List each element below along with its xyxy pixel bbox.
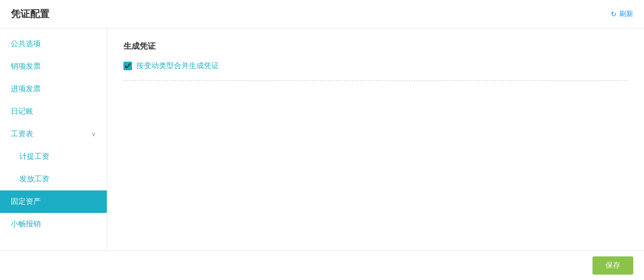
sidebar-item-purchase-invoice[interactable]: 进项发票 <box>0 78 107 100</box>
section-divider <box>123 80 628 81</box>
page-body: 公共选项销项发票进项发票日记账工资表∨计提工资发放工资固定资产小畅报销 生成凭证… <box>0 28 644 250</box>
sidebar-item-sales-invoice[interactable]: 销项发票 <box>0 55 107 78</box>
sidebar-item-label-fixed-assets: 固定资产 <box>11 197 41 207</box>
sidebar-item-label-payroll-table: 工资表 <box>11 129 33 139</box>
sidebar-item-public-options[interactable]: 公共选项 <box>0 33 107 55</box>
sidebar-item-label-purchase-invoice: 进项发票 <box>11 84 41 94</box>
save-button[interactable]: 保存 <box>592 256 633 275</box>
merge-checkbox[interactable] <box>123 62 132 70</box>
sidebar-item-pay-payroll[interactable]: 发放工资 <box>0 168 107 190</box>
sidebar: 公共选项销项发票进项发票日记账工资表∨计提工资发放工资固定资产小畅报销 <box>0 28 107 250</box>
page-title: 凭证配置 <box>11 8 49 20</box>
sidebar-item-label-expense-reimburse: 小畅报销 <box>11 219 41 229</box>
sidebar-item-label-calc-payroll: 计提工资 <box>19 152 49 161</box>
refresh-label: 刷新 <box>619 9 633 19</box>
sidebar-item-label-journal: 日记账 <box>11 107 33 116</box>
sidebar-item-label-pay-payroll: 发放工资 <box>19 174 49 184</box>
sidebar-item-payroll-table[interactable]: 工资表∨ <box>0 123 107 145</box>
sidebar-item-calc-payroll[interactable]: 计提工资 <box>0 145 107 168</box>
sidebar-item-label-public-options: 公共选项 <box>11 39 41 49</box>
sidebar-item-expense-reimburse[interactable]: 小畅报销 <box>0 213 107 235</box>
checkbox-row: 按变动类型合并生成凭证 <box>123 61 628 71</box>
section-title: 生成凭证 <box>123 41 628 51</box>
chevron-down-icon: ∨ <box>91 130 96 138</box>
sidebar-item-fixed-assets[interactable]: 固定资产 <box>0 190 107 213</box>
refresh-button[interactable]: ↻ 刷新 <box>610 9 633 19</box>
sidebar-item-label-sales-invoice: 销项发票 <box>11 62 41 71</box>
merge-checkbox-label[interactable]: 按变动类型合并生成凭证 <box>136 61 219 71</box>
page-footer: 保存 <box>0 250 644 280</box>
refresh-icon: ↻ <box>610 10 617 18</box>
page-header: 凭证配置 ↻ 刷新 <box>0 0 644 28</box>
main-content: 生成凭证 按变动类型合并生成凭证 <box>107 28 644 250</box>
page-wrapper: 凭证配置 ↻ 刷新 公共选项销项发票进项发票日记账工资表∨计提工资发放工资固定资… <box>0 0 644 280</box>
sidebar-item-journal[interactable]: 日记账 <box>0 100 107 123</box>
